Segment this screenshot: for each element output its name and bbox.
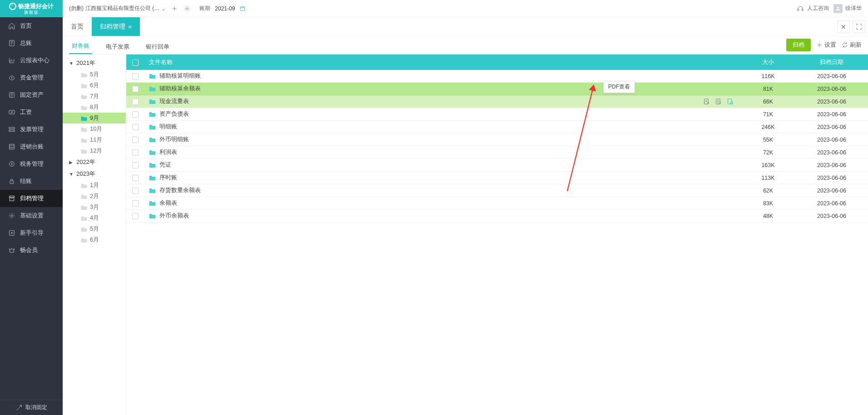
tree-month-2023-5[interactable]: 5月 <box>63 223 126 234</box>
cell-size: 163K <box>741 159 795 172</box>
nav-close[interactable]: 结账 <box>0 173 63 190</box>
tree-month-2021-11[interactable]: 11月 <box>63 134 126 145</box>
workspace: 财务账 电子发票 银行回单 归档 设置 刷新 ▼2021年 5月 6月 7月 8… <box>63 36 868 415</box>
row-checkbox[interactable] <box>132 188 139 194</box>
table-row[interactable]: 外币余额表48K2023-06-06 <box>126 210 868 222</box>
table-row[interactable]: 余额表83K2023-06-06 <box>126 197 868 210</box>
nav-ledger[interactable]: 总账 <box>0 35 63 52</box>
folder-icon <box>149 124 156 130</box>
download-pdf-icon[interactable] <box>714 98 722 105</box>
nav-inventory[interactable]: 进销台账 <box>0 138 63 155</box>
table-row[interactable]: 明细账246K2023-06-06 <box>126 121 868 133</box>
row-checkbox[interactable] <box>132 200 139 207</box>
col-date[interactable]: 归档日期 <box>795 54 868 70</box>
tree-year-2021[interactable]: ▼2021年 <box>63 57 126 69</box>
tree-month-2021-12[interactable]: 12月 <box>63 145 126 156</box>
table-row[interactable]: 外币明细账55K2023-06-06 <box>126 133 868 146</box>
company-settings-button[interactable] <box>183 5 191 13</box>
tree-month-2023-6[interactable]: 6月 <box>63 234 126 245</box>
nav-reports[interactable]: 云报表中心 <box>0 52 63 69</box>
nav-home[interactable]: 首页 <box>0 17 63 35</box>
table-row[interactable]: 辅助核算明细账116K2023-06-06 <box>126 70 868 83</box>
tab-archive[interactable]: 归档管理 × <box>92 17 140 36</box>
row-checkbox[interactable] <box>132 137 139 143</box>
svg-rect-0 <box>10 40 15 46</box>
nav-tax[interactable]: 税务管理 <box>0 155 63 173</box>
table-row[interactable]: 利润表72K2023-06-06 <box>126 146 868 159</box>
nav-funds[interactable]: 资金管理 <box>0 69 63 86</box>
cell-size: 72K <box>741 146 795 159</box>
cell-size: 113K <box>741 172 795 184</box>
col-size[interactable]: 大小 <box>741 54 795 70</box>
cell-size: 48K <box>741 210 795 222</box>
row-checkbox[interactable] <box>132 149 139 156</box>
row-checkbox[interactable] <box>132 124 139 130</box>
file-table: 文件名称 大小 归档日期 辅助核算明细账116K2023-06-06辅助核算余额… <box>126 54 868 222</box>
archive-button[interactable]: 归档 <box>786 39 811 51</box>
tree-month-2023-3[interactable]: 3月 <box>63 202 126 212</box>
tree-month-2021-7[interactable]: 7月 <box>63 91 126 102</box>
col-name[interactable]: 文件名称 <box>144 54 741 70</box>
tree-month-2023-1[interactable]: 1月 <box>63 180 126 191</box>
table-row[interactable]: 存货数量余额表62K2023-06-06 <box>126 184 868 197</box>
tree-month-2021-10[interactable]: 10月 <box>63 124 126 134</box>
nav-payroll[interactable]: 工资 <box>0 104 63 121</box>
tree-month-2021-6[interactable]: 6月 <box>63 80 126 91</box>
table-row[interactable]: 现金流量表66K2023-06-06 <box>126 95 868 108</box>
view-pdf-icon[interactable] <box>726 98 734 105</box>
unpin-button[interactable]: 取消固定 <box>0 400 63 415</box>
row-checkbox[interactable] <box>132 213 139 219</box>
nav-archive[interactable]: 归档管理 <box>0 190 63 207</box>
row-checkbox[interactable] <box>132 111 139 118</box>
tree-month-2021-8[interactable]: 8月 <box>63 102 126 113</box>
folder-icon <box>149 175 156 181</box>
table-row[interactable]: 资产负债表71K2023-06-06 <box>126 108 868 121</box>
svg-rect-6 <box>10 144 15 149</box>
nav-member[interactable]: 畅会员 <box>0 242 63 259</box>
cell-date: 2023-06-06 <box>795 172 868 184</box>
headset-icon <box>796 5 804 13</box>
refresh-link[interactable]: 刷新 <box>842 41 862 49</box>
svg-rect-10 <box>10 198 14 201</box>
nav-assets[interactable]: 固定资产 <box>0 86 63 104</box>
add-company-button[interactable] <box>170 5 179 13</box>
tab-home[interactable]: 首页 <box>63 17 92 36</box>
tab-close-button[interactable]: ✕ <box>837 20 850 33</box>
subtab-einvoice[interactable]: 电子发票 <box>103 39 132 54</box>
nav-guide[interactable]: 新手引导 <box>0 224 63 242</box>
tab-fullscreen-button[interactable]: ⛶ <box>853 20 865 33</box>
row-checkbox[interactable] <box>132 99 139 105</box>
row-checkbox[interactable] <box>132 175 139 181</box>
tree-year-2023[interactable]: ▼2023年 <box>63 168 126 180</box>
sidebar: 畅捷通好会计 旗舰版 首页 总账 云报表中心 资金管理 固定资产 工资 发票管理… <box>0 0 63 415</box>
row-checkbox[interactable] <box>132 86 139 92</box>
row-checkbox[interactable] <box>132 162 139 168</box>
calendar-icon[interactable] <box>239 5 246 12</box>
company-selector[interactable]: (勿删) 江西服宝精品有限责任公司 (… ⌄ <box>69 5 166 12</box>
subtab-bank[interactable]: 银行回单 <box>143 39 172 54</box>
table-row[interactable]: 序时账113K2023-06-06 <box>126 172 868 184</box>
close-icon[interactable]: × <box>128 23 132 30</box>
row-checkbox[interactable] <box>132 73 139 79</box>
tree-month-2023-4[interactable]: 4月 <box>63 212 126 223</box>
consult-button[interactable]: 人工咨询 <box>796 5 829 13</box>
table-row[interactable]: 辅助核算余额表81K2023-06-06 <box>126 83 868 95</box>
nav-settings[interactable]: 基础设置 <box>0 207 63 224</box>
table-row[interactable]: 凭证163K2023-06-06 <box>126 159 868 172</box>
subtab-finance[interactable]: 财务账 <box>69 38 92 54</box>
period-value[interactable]: 2021-09 <box>215 5 235 12</box>
download-excel-icon[interactable] <box>703 98 710 105</box>
settings-link[interactable]: 设置 <box>816 41 836 49</box>
svg-point-13 <box>186 8 188 10</box>
tree-year-2022[interactable]: ▶2022年 <box>63 156 126 168</box>
svg-rect-21 <box>728 99 732 104</box>
tree-month-2023-2[interactable]: 2月 <box>63 191 126 202</box>
content: ▼2021年 5月 6月 7月 8月 9月 10月 11月 12月 ▶2022年… <box>63 54 868 415</box>
select-all-checkbox[interactable] <box>132 59 139 66</box>
folder-icon <box>81 138 87 143</box>
tree-month-2021-9[interactable]: 9月 <box>63 113 126 124</box>
tree-month-2021-5[interactable]: 5月 <box>63 69 126 80</box>
user-menu[interactable]: 徐泽华 <box>833 4 862 13</box>
nav-invoice[interactable]: 发票管理 <box>0 121 63 138</box>
folder-icon <box>149 213 156 219</box>
